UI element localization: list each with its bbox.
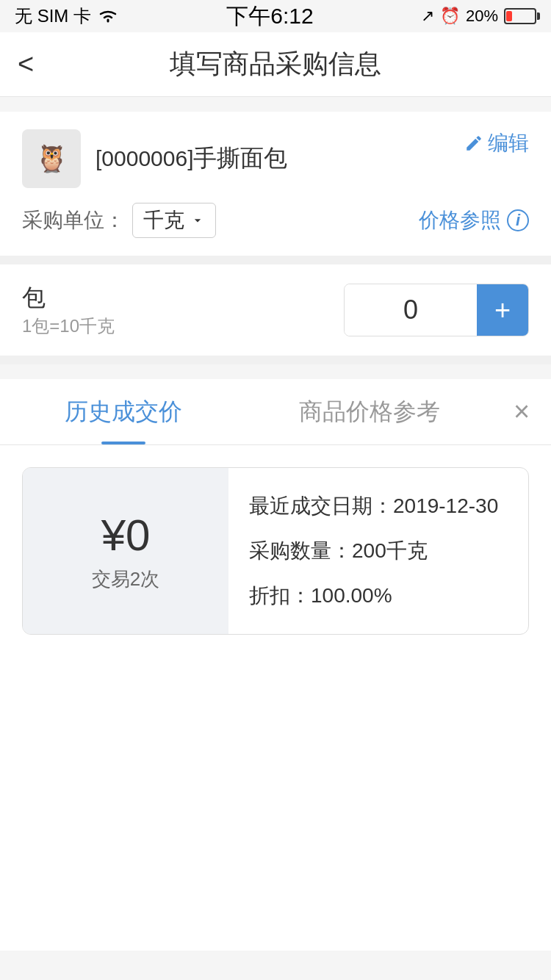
edit-icon bbox=[464, 134, 483, 153]
wifi-icon bbox=[97, 8, 119, 24]
product-name-block: [0000006]手撕面包 bbox=[96, 143, 287, 175]
edit-button[interactable]: 编辑 bbox=[464, 129, 529, 157]
alarm-icon: ⏰ bbox=[440, 7, 460, 26]
history-date-label: 最近成交日期： bbox=[249, 494, 393, 517]
unit-select-area: 采购单位： 千克 bbox=[22, 203, 216, 238]
tabs-close-button[interactable]: × bbox=[492, 379, 551, 444]
product-unit-row: 采购单位： 千克 价格参照 i bbox=[22, 203, 529, 238]
history-card: ¥0 交易2次 最近成交日期：2019-12-30 采购数量：200千克 折扣：… bbox=[22, 467, 529, 635]
status-left: 无 SIM 卡 bbox=[15, 4, 119, 28]
tab-content-history: ¥0 交易2次 最近成交日期：2019-12-30 采购数量：200千克 折扣：… bbox=[0, 445, 551, 657]
quantity-control: + bbox=[344, 284, 529, 336]
quantity-unit-name: 包 bbox=[22, 282, 344, 314]
history-date-row: 最近成交日期：2019-12-30 bbox=[249, 490, 508, 523]
page-title: 填写商品采购信息 bbox=[170, 46, 381, 82]
unit-label: 采购单位： bbox=[22, 206, 125, 234]
history-card-left: ¥0 交易2次 bbox=[23, 468, 228, 634]
history-discount-label: 折扣： bbox=[249, 584, 311, 607]
price-ref-button[interactable]: 价格参照 i bbox=[419, 206, 529, 234]
price-ref-label: 价格参照 bbox=[419, 206, 501, 234]
battery-icon bbox=[504, 8, 536, 24]
quantity-plus-button[interactable]: + bbox=[477, 284, 528, 336]
tabs-panel: 历史成交价 商品价格参考 × ¥0 交易2次 最近成交日期：2019-12-30… bbox=[0, 379, 551, 657]
status-time: 下午6:12 bbox=[226, 1, 313, 32]
nav-bar: < 填写商品采购信息 bbox=[0, 32, 551, 97]
history-qty-label: 采购数量： bbox=[249, 539, 352, 562]
history-card-right: 最近成交日期：2019-12-30 采购数量：200千克 折扣：100.00% bbox=[228, 468, 528, 634]
back-button[interactable]: < bbox=[18, 48, 34, 80]
quantity-row: 包 1包=10千克 + bbox=[0, 264, 551, 356]
quantity-unit-hint: 1包=10千克 bbox=[22, 314, 344, 338]
product-left: 🦉 [0000006]手撕面包 bbox=[22, 129, 287, 188]
bottom-area bbox=[0, 657, 551, 951]
tabs-header: 历史成交价 商品价格参考 × bbox=[0, 379, 551, 445]
status-right: ↗ ⏰ 20% bbox=[421, 7, 536, 26]
history-price: ¥0 bbox=[101, 510, 151, 561]
quantity-label-block: 包 1包=10千克 bbox=[22, 282, 344, 338]
history-date-value: 2019-12-30 bbox=[393, 494, 498, 517]
status-bar: 无 SIM 卡 下午6:12 ↗ ⏰ 20% bbox=[0, 0, 551, 32]
product-thumbnail: 🦉 bbox=[22, 129, 81, 188]
product-name: 手撕面包 bbox=[193, 145, 287, 171]
carrier-text: 无 SIM 卡 bbox=[15, 4, 91, 28]
history-discount-value: 100.00% bbox=[311, 584, 392, 607]
battery-percent: 20% bbox=[466, 7, 498, 26]
battery-fill bbox=[506, 11, 512, 21]
info-icon: i bbox=[507, 209, 529, 231]
product-id: [0000006] bbox=[96, 146, 193, 170]
edit-label: 编辑 bbox=[488, 129, 529, 157]
unit-dropdown[interactable]: 千克 bbox=[132, 203, 216, 238]
product-header: 🦉 [0000006]手撕面包 编辑 bbox=[22, 129, 529, 188]
location-icon: ↗ bbox=[421, 7, 434, 26]
divider-1 bbox=[0, 256, 551, 264]
history-qty-value: 200千克 bbox=[352, 539, 428, 562]
tab-history-price[interactable]: 历史成交价 bbox=[0, 379, 246, 444]
chevron-down-icon bbox=[190, 213, 205, 228]
history-discount-row: 折扣：100.00% bbox=[249, 580, 508, 613]
unit-value: 千克 bbox=[143, 206, 184, 234]
tab-product-price-ref[interactable]: 商品价格参考 bbox=[246, 379, 492, 444]
divider-2 bbox=[0, 356, 551, 364]
product-logo-icon: 🦉 bbox=[35, 143, 68, 174]
product-card: 🦉 [0000006]手撕面包 编辑 采购单位： 千克 价格参照 i bbox=[0, 112, 551, 256]
history-qty-row: 采购数量：200千克 bbox=[249, 535, 508, 568]
history-count: 交易2次 bbox=[92, 566, 159, 592]
quantity-input[interactable] bbox=[345, 284, 477, 336]
